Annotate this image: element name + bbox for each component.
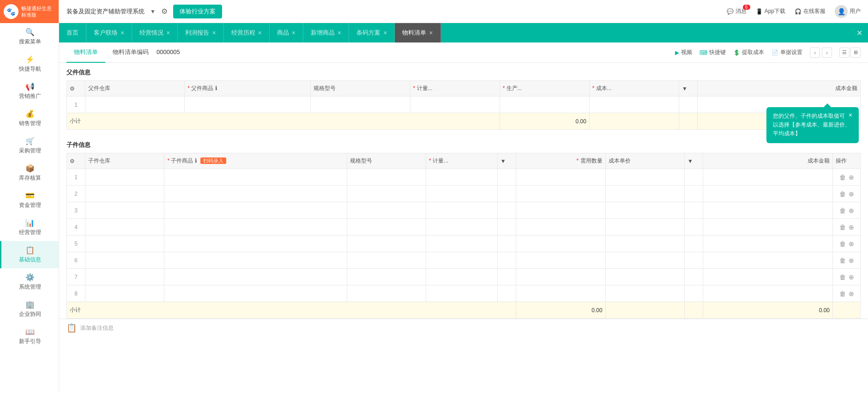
child-cell-product-3[interactable] [164, 202, 347, 219]
list-view-button[interactable]: ☰ [839, 48, 850, 58]
nav-tab-8[interactable]: 物料清单× [395, 23, 440, 42]
cost-action[interactable]: 💲 提取成本 [733, 48, 764, 56]
child-cell-quantity-3[interactable] [516, 202, 605, 219]
copy-icon-3[interactable]: ⊕ [849, 207, 854, 214]
child-cell-unit-3[interactable] [426, 202, 498, 219]
note-text[interactable]: 添加备注信息 [80, 324, 114, 332]
child-cell-spec-5[interactable] [347, 236, 426, 252]
child-cell-warehouse-4[interactable] [85, 219, 164, 236]
child-cell-warehouse-8[interactable] [85, 285, 164, 302]
nav-tab-0[interactable]: 首页 [59, 23, 86, 42]
user-action[interactable]: 👤 用户 [835, 5, 861, 18]
child-cell-spec-1[interactable] [347, 169, 426, 186]
child-cell-unit-cost-3[interactable] [605, 202, 684, 219]
parent-cell-product-1[interactable] [185, 97, 311, 113]
scan-badge[interactable]: 扫码录入 [200, 157, 226, 164]
child-cell-unit-6[interactable] [426, 252, 498, 269]
child-cell-spec-3[interactable] [347, 202, 426, 219]
sidebar-item-shortcut[interactable]: ⚡快捷导航 [0, 50, 59, 78]
sidebar-item-inventory[interactable]: 📦库存核算 [0, 159, 59, 187]
child-cell-unit-2[interactable] [426, 186, 498, 202]
child-cell-unit-1[interactable] [426, 169, 498, 186]
nav-tab-1[interactable]: 客户联络× [86, 23, 132, 42]
copy-icon-6[interactable]: ⊕ [849, 257, 854, 264]
child-cell-quantity-1[interactable] [516, 169, 605, 186]
child-cell-warehouse-5[interactable] [85, 236, 164, 252]
sidebar-item-system[interactable]: ⚙️系统管理 [0, 268, 59, 296]
settings-action[interactable]: 📄 单据设置 [772, 48, 802, 56]
sidebar-item-basic[interactable]: 📋基础信息 [0, 241, 59, 268]
nav-tab-close-6[interactable]: × [338, 29, 341, 36]
child-cell-unit-cost-6[interactable] [605, 252, 684, 269]
delete-icon-6[interactable]: 🗑 [839, 257, 846, 264]
child-cell-cost-amount-5[interactable] [703, 236, 832, 252]
child-cell-quantity-8[interactable] [516, 285, 605, 302]
sub-tab-bom-list[interactable]: 物料清单 [66, 42, 105, 63]
nav-tab-7[interactable]: 条码方案× [349, 23, 395, 42]
nav-tab-close-2[interactable]: × [166, 29, 170, 36]
sidebar-item-finance[interactable]: 💳资金管理 [0, 187, 59, 214]
nav-tab-6[interactable]: 新增商品× [303, 23, 349, 42]
child-cell-quantity-2[interactable] [516, 186, 605, 202]
trial-button[interactable]: 体验行业方案 [173, 5, 222, 18]
child-cell-cost-amount-1[interactable] [703, 169, 832, 186]
child-cell-cost-amount-2[interactable] [703, 186, 832, 202]
child-cell-unit-8[interactable] [426, 285, 498, 302]
app-download-action[interactable]: 📱 App下载 [756, 7, 785, 15]
sidebar-item-marketing[interactable]: 📢营销推广 [0, 78, 59, 105]
copy-icon-2[interactable]: ⊕ [849, 190, 854, 198]
child-cell-quantity-4[interactable] [516, 219, 605, 236]
child-cell-unit-5[interactable] [426, 236, 498, 252]
nav-tab-close-8[interactable]: × [429, 29, 433, 36]
parent-cell-warehouse-1[interactable] [85, 97, 185, 113]
nav-tab-close-1[interactable]: × [121, 29, 124, 36]
child-cell-unit-7[interactable] [426, 269, 498, 285]
child-cell-product-1[interactable] [164, 169, 347, 186]
sidebar-item-enterprise[interactable]: 🏢企业协同 [0, 296, 59, 323]
nav-tab-2[interactable]: 经营情况× [132, 23, 178, 42]
delete-icon-1[interactable]: 🗑 [839, 174, 846, 181]
child-cell-quantity-7[interactable] [516, 269, 605, 285]
child-cell-cost-amount-7[interactable] [703, 269, 832, 285]
shortcut-action[interactable]: ⌨ 快捷键 [699, 48, 726, 56]
online-service-action[interactable]: 🎧 在线客服 [795, 7, 826, 15]
child-cell-product-8[interactable] [164, 285, 347, 302]
system-dropdown-button[interactable]: ▼ [150, 8, 156, 15]
child-cell-warehouse-2[interactable] [85, 186, 164, 202]
sidebar-item-operation[interactable]: 📊经营管理 [0, 214, 59, 241]
child-cell-unit-cost-2[interactable] [605, 186, 684, 202]
delete-icon-7[interactable]: 🗑 [839, 273, 846, 281]
child-cell-warehouse-6[interactable] [85, 252, 164, 269]
child-cell-product-7[interactable] [164, 269, 347, 285]
nav-tab-close-3[interactable]: × [212, 29, 216, 36]
nav-tab-5[interactable]: 商品× [270, 23, 303, 42]
parent-cell-cost-1[interactable] [589, 97, 679, 113]
child-cell-cost-amount-3[interactable] [703, 202, 832, 219]
parent-cell-spec-1[interactable] [311, 97, 410, 113]
parent-cell-unit-1[interactable] [410, 97, 500, 113]
nav-tab-4[interactable]: 经营历程× [224, 23, 270, 42]
nav-tab-close-7[interactable]: × [383, 29, 387, 36]
sidebar-item-sales[interactable]: 💰销售管理 [0, 105, 59, 132]
child-cell-product-2[interactable] [164, 186, 347, 202]
child-cell-warehouse-1[interactable] [85, 169, 164, 186]
child-cell-unit-cost-4[interactable] [605, 219, 684, 236]
nav-tab-3[interactable]: 利润报告× [178, 23, 223, 42]
parent-cell-production-1[interactable] [500, 97, 589, 113]
child-cell-warehouse-3[interactable] [85, 202, 164, 219]
child-cell-spec-6[interactable] [347, 252, 426, 269]
child-cell-unit-cost-5[interactable] [605, 236, 684, 252]
delete-icon-3[interactable]: 🗑 [839, 207, 846, 214]
message-action[interactable]: 💬 消息 6 [727, 7, 747, 15]
grid-view-button[interactable]: ⊞ [850, 48, 861, 58]
child-cell-product-5[interactable] [164, 236, 347, 252]
nav-next-button[interactable]: › [822, 48, 832, 58]
copy-icon-4[interactable]: ⊕ [849, 224, 854, 231]
child-cell-spec-8[interactable] [347, 285, 426, 302]
sub-tab-bom-code[interactable]: 物料清单编码 0000005 [105, 42, 187, 63]
copy-icon-5[interactable]: ⊕ [849, 240, 854, 248]
child-cell-spec-4[interactable] [347, 219, 426, 236]
nav-prev-button[interactable]: ‹ [810, 48, 820, 58]
child-cell-quantity-5[interactable] [516, 236, 605, 252]
nav-tab-close-4[interactable]: × [258, 29, 262, 36]
